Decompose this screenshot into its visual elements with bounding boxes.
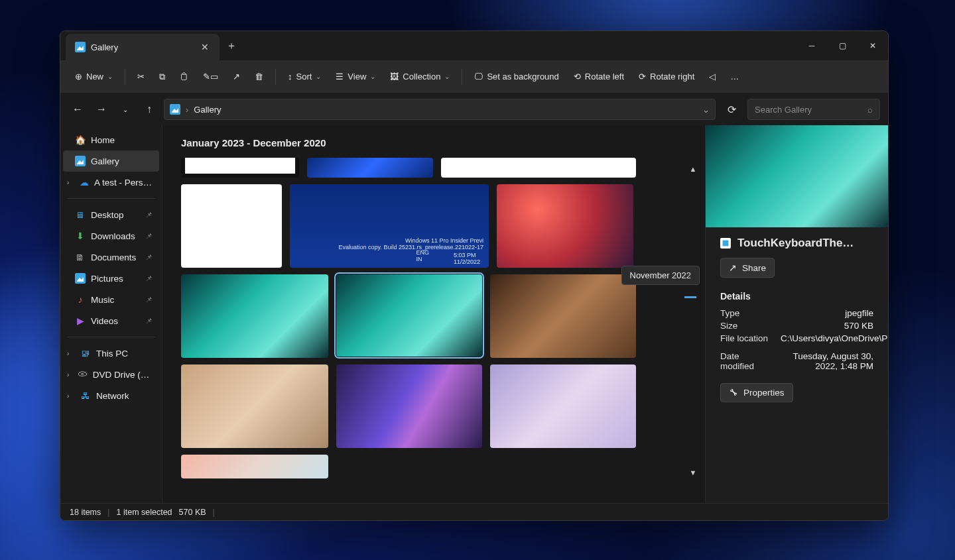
rename-button[interactable]: ✎▭ [196, 68, 225, 85]
clipboard-icon: 📋︎ [180, 72, 188, 82]
refresh-button[interactable]: ⟳ [721, 99, 742, 120]
chevron-right-icon[interactable]: › [67, 350, 75, 357]
send-button[interactable]: ◁ [702, 68, 722, 85]
properties-button[interactable]: 🔧︎ Properties [720, 383, 793, 402]
up-button[interactable]: ↑ [140, 100, 159, 119]
sidebar-item-thispc[interactable]: › 🖳 This PC [63, 343, 159, 364]
thumbnail[interactable]: Windows 11 Pro Insider PreviEvaluation c… [290, 184, 489, 268]
timeline-marker[interactable] [684, 296, 696, 298]
thumbnail[interactable] [181, 158, 299, 178]
tab-close-button[interactable]: ✕ [198, 39, 212, 55]
chevron-down-icon[interactable]: ⌄ [702, 105, 710, 115]
tab-gallery[interactable]: Gallery ✕ [66, 34, 220, 60]
date-range-title: January 2023 - December 2020 [181, 137, 681, 148]
thumbnail[interactable] [307, 158, 433, 178]
address-row: ← → ⌄ ↑ › Gallery ⌄ ⟳ Search Gallery ⌕ [60, 93, 888, 125]
view-button[interactable]: ☰ View ⌄ [329, 68, 382, 85]
address-bar[interactable]: › Gallery ⌄ [164, 99, 716, 120]
rename-icon: ✎▭ [203, 72, 218, 82]
thumbnail[interactable] [490, 274, 636, 358]
thumbnail[interactable] [181, 364, 328, 448]
new-tab-button[interactable]: ＋ [220, 31, 243, 60]
sidebar-item-atest[interactable]: › ☁ A test - Personal [63, 172, 159, 193]
file-name: TouchKeyboardThe… [737, 237, 854, 250]
pin-icon: 📌︎ [145, 317, 153, 325]
share-icon: ↗ [729, 262, 737, 273]
timeline-scrollbar[interactable]: ▲ ▼ [688, 165, 698, 476]
picture-icon [75, 273, 86, 284]
cut-button[interactable]: ✂ [131, 68, 151, 85]
scroll-up-icon[interactable]: ▲ [690, 165, 697, 173]
sidebar-item-documents[interactable]: 🗎 Documents 📌︎ [63, 247, 159, 268]
search-box[interactable]: Search Gallery ⌕ [747, 99, 880, 120]
collection-button[interactable]: 🖼︎ Collection ⌄ [383, 68, 456, 85]
picture-icon [75, 156, 86, 166]
sidebar-item-desktop[interactable]: 🖥︎ Desktop 📌︎ [63, 204, 159, 225]
minimize-button[interactable]: ─ [796, 31, 827, 60]
details-section-title: Details [720, 291, 873, 302]
copy-button[interactable]: ⧉ [153, 68, 172, 86]
toolbar: ⊕ New ⌄ ✂ ⧉ 📋︎ ✎▭ ↗ 🗑︎ ↕ Sort ⌄ ☰ View ⌄… [60, 60, 888, 93]
thumbnail[interactable] [490, 364, 636, 448]
share-button[interactable]: ↗ Share [720, 258, 775, 278]
chevron-right-icon[interactable]: › [67, 392, 75, 400]
sidebar-item-pictures[interactable]: Pictures 📌︎ [63, 268, 159, 289]
gallery-view: January 2023 - December 2020 Windows 11 … [162, 125, 705, 503]
maximize-button[interactable]: ▢ [827, 31, 858, 60]
content: January 2023 - December 2020 Windows 11 … [162, 125, 888, 503]
rotate-right-button[interactable]: ⟳ Rotate right [632, 68, 701, 85]
network-icon: 🖧 [80, 390, 91, 401]
thumbnail[interactable] [181, 455, 328, 478]
sidebar-item-home[interactable]: 🏠 Home [63, 129, 159, 150]
rotate-left-icon: ⟲ [574, 72, 581, 82]
rotate-left-button[interactable]: ⟲ Rotate left [567, 68, 631, 85]
wallpaper-icon: 🖵 [474, 72, 483, 82]
collection-icon: 🖼︎ [390, 72, 399, 82]
sidebar-item-music[interactable]: ♪ Music 📌︎ [63, 289, 159, 310]
thumbnail[interactable] [336, 364, 482, 448]
body: 🏠 Home Gallery › ☁ A test - Personal 🖥︎ … [60, 125, 888, 503]
send-icon: ◁ [709, 72, 716, 82]
thumbnail-selected[interactable] [336, 274, 482, 357]
more-button[interactable]: … [724, 68, 745, 85]
chevron-down-icon: ⌄ [370, 73, 375, 80]
pin-icon: 📌︎ [145, 296, 153, 304]
pc-icon: 🖳 [80, 348, 91, 359]
delete-button[interactable]: 🗑︎ [248, 68, 270, 85]
thumbnail[interactable] [441, 158, 636, 178]
view-icon: ☰ [336, 72, 344, 82]
status-size: 570 KB [179, 508, 206, 517]
recent-dropdown[interactable]: ⌄ [116, 100, 135, 119]
thumbnail[interactable] [497, 184, 633, 268]
breadcrumb-gallery[interactable]: Gallery [194, 105, 221, 115]
paste-button[interactable]: 📋︎ [173, 68, 195, 85]
sort-button[interactable]: ↕ Sort ⌄ [281, 68, 328, 85]
sidebar-item-gallery[interactable]: Gallery [63, 150, 159, 172]
wrench-icon: 🔧︎ [729, 388, 738, 398]
chevron-right-icon[interactable]: › [67, 371, 73, 378]
search-placeholder: Search Gallery [755, 105, 812, 115]
cloud-icon: ☁ [80, 177, 89, 188]
file-explorer-window: Gallery ✕ ＋ ─ ▢ ✕ ⊕ New ⌄ ✂ ⧉ 📋︎ ✎▭ ↗ 🗑︎… [60, 30, 889, 521]
scroll-down-icon[interactable]: ▼ [690, 469, 697, 476]
chevron-down-icon: ⌄ [107, 73, 113, 80]
forward-button[interactable]: → [92, 100, 111, 119]
pin-icon: 📌︎ [145, 211, 153, 219]
sidebar-item-dvd[interactable]: › 💿︎ DVD Drive (D:) CCC [63, 364, 159, 385]
sidebar-item-network[interactable]: › 🖧 Network [63, 385, 159, 406]
thumbnail[interactable] [181, 184, 282, 268]
back-button[interactable]: ← [68, 100, 87, 119]
rotate-right-icon: ⟳ [639, 72, 646, 82]
chevron-right-icon[interactable]: › [67, 179, 74, 186]
set-background-button[interactable]: 🖵 Set as background [468, 68, 565, 85]
thumbnail[interactable] [181, 274, 328, 358]
sidebar-item-downloads[interactable]: ⬇ Downloads 📌︎ [63, 225, 159, 247]
new-button[interactable]: ⊕ New ⌄ [68, 68, 119, 85]
close-window-button[interactable]: ✕ [858, 31, 888, 60]
more-icon: … [730, 72, 739, 82]
sidebar-item-videos[interactable]: ▶ Videos 📌︎ [63, 310, 159, 331]
share-button[interactable]: ↗ [226, 68, 247, 85]
home-icon: 🏠 [75, 135, 86, 145]
window-controls: ─ ▢ ✕ [796, 31, 888, 60]
preview-image [706, 125, 888, 227]
